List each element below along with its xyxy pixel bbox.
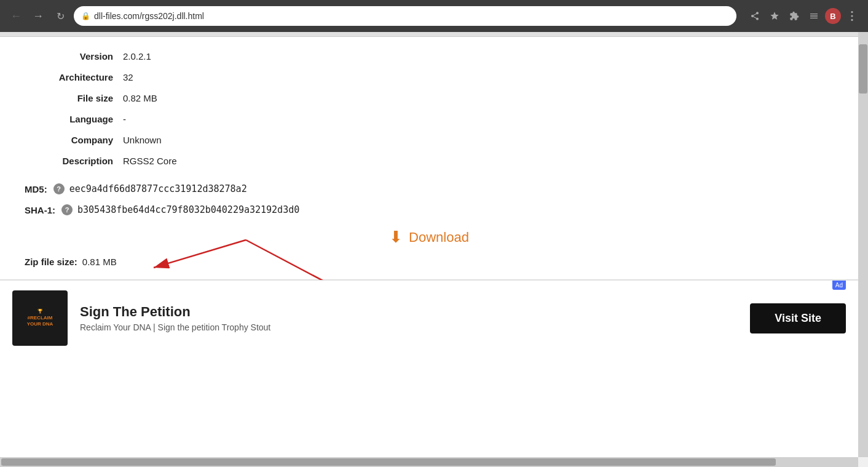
share-button[interactable]: [746, 7, 763, 25]
sha1-value: b305438fbe64d4cc79f8032b040229a32192d3d0: [77, 204, 299, 215]
filesize-row: File size 0.82 MB: [25, 91, 834, 106]
language-value: -: [123, 112, 126, 127]
md5-help-icon[interactable]: ?: [53, 183, 65, 194]
profile-button[interactable]: B: [825, 8, 841, 24]
md5-label: MD5:: [25, 184, 47, 194]
ad-logo-text: #RECLAIMYOUR DNA: [27, 315, 53, 328]
version-label: Version: [25, 49, 123, 64]
lock-icon: 🔒: [81, 12, 90, 20]
zip-filesize-row: Zip file size: 0.81 MB: [25, 257, 834, 267]
visit-site-button[interactable]: Visit Site: [750, 303, 846, 333]
sha1-help-icon[interactable]: ?: [61, 204, 73, 215]
download-icon: ⬇: [389, 228, 403, 247]
download-section: ⬇ Download: [25, 228, 834, 247]
back-button[interactable]: ←: [7, 7, 25, 25]
company-label: Company: [25, 133, 123, 148]
zip-value: 0.81 MB: [82, 257, 117, 267]
ad-text-block: Sign The Petition Reclaim Your DNA | Sig…: [80, 304, 738, 332]
language-row: Language -: [25, 112, 834, 127]
version-row: Version 2.0.2.1: [25, 49, 834, 64]
filesize-value: 0.82 MB: [123, 91, 157, 106]
top-border: [0, 32, 858, 37]
ad-logo: 🏆 #RECLAIMYOUR DNA: [12, 290, 68, 346]
company-value: Unknown: [123, 133, 162, 148]
zip-label: Zip file size:: [25, 257, 77, 267]
description-label: Description: [25, 154, 123, 169]
version-value: 2.0.2.1: [123, 49, 151, 64]
download-text: Download: [409, 230, 469, 245]
vertical-scrollbar[interactable]: [858, 32, 868, 457]
architecture-value: 32: [123, 70, 133, 85]
browser-toolbar-icons: B: [746, 7, 861, 25]
architecture-row: Architecture 32: [25, 70, 834, 85]
sha1-label: SHA-1:: [25, 205, 55, 215]
forward-button[interactable]: →: [30, 7, 47, 25]
file-info-table: Version 2.0.2.1 Architecture 32 File siz…: [25, 49, 834, 169]
filesize-label: File size: [25, 91, 123, 106]
file-details-section: Version 2.0.2.1 Architecture 32 File siz…: [0, 37, 858, 279]
browser-body: Version 2.0.2.1 Architecture 32 File siz…: [0, 32, 868, 457]
description-row: Description RGSS2 Core: [25, 154, 834, 169]
extensions-button[interactable]: [786, 7, 803, 25]
bookmark-button[interactable]: [766, 7, 783, 25]
svg-point-0: [851, 11, 853, 13]
browser-toolbar: ← → ↻ 🔒 dll-files.com/rgss202j.dll.html …: [0, 0, 868, 32]
ad-subtitle: Reclaim Your DNA | Sign the petition Tro…: [80, 322, 738, 332]
page-content: Version 2.0.2.1 Architecture 32 File siz…: [0, 32, 858, 457]
ad-section: 🏆 #RECLAIMYOUR DNA Sign The Petition Rec…: [0, 280, 858, 356]
address-bar[interactable]: 🔒 dll-files.com/rgss202j.dll.html: [74, 6, 736, 26]
company-row: Company Unknown: [25, 133, 834, 148]
menu-button[interactable]: [843, 7, 861, 25]
md5-row: MD5: ? eec9a4df66d87877ccc31912d38278a2: [25, 183, 834, 194]
svg-point-2: [851, 19, 853, 21]
scrollbar-thumb[interactable]: [859, 44, 867, 94]
url-text: dll-files.com/rgss202j.dll.html: [94, 11, 204, 21]
md5-value: eec9a4df66d87877ccc31912d38278a2: [69, 183, 247, 194]
sidebar-toggle-button[interactable]: [805, 7, 823, 25]
ad-badge: Ad: [832, 281, 846, 290]
architecture-label: Architecture: [25, 70, 123, 85]
ad-title: Sign The Petition: [80, 304, 738, 320]
download-button[interactable]: ⬇ Download: [389, 228, 469, 247]
reload-button[interactable]: ↻: [52, 7, 69, 25]
language-label: Language: [25, 112, 123, 127]
ad-logo-top-text: 🏆: [37, 309, 43, 314]
description-value: RGSS2 Core: [123, 154, 177, 169]
sha1-row: SHA-1: ? b305438fbe64d4cc79f8032b040229a…: [25, 204, 834, 215]
svg-point-1: [851, 15, 853, 17]
horizontal-scrollbar[interactable]: [0, 457, 858, 467]
h-scrollbar-thumb[interactable]: [1, 458, 776, 466]
